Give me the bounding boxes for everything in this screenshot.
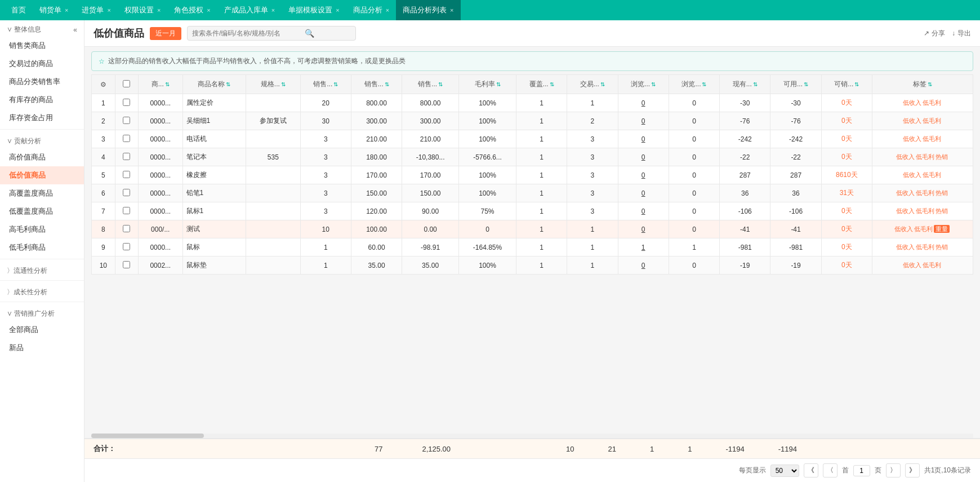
row-checkbox-cell[interactable] xyxy=(115,257,138,275)
sidebar-item-high-value[interactable]: 高价值商品 xyxy=(0,148,84,166)
col-code[interactable]: 商...⇅ xyxy=(138,75,182,94)
sidebar-group-contribution[interactable]: ∨ 贡献分析 xyxy=(0,132,84,148)
row-checkbox[interactable] xyxy=(123,153,130,160)
sidebar-group-overview[interactable]: ∨ 整体信息 « xyxy=(0,20,84,37)
nav-product-analysis-list[interactable]: 商品分析列表 × xyxy=(396,0,460,20)
sidebar-item-high-profit[interactable]: 高毛利商品 xyxy=(0,220,84,238)
next-page-button[interactable]: 〉 xyxy=(886,463,901,477)
collapse-icon[interactable]: « xyxy=(73,26,77,34)
export-button[interactable]: ↓ 导出 xyxy=(952,29,971,38)
sidebar-item-new-products[interactable]: 新品 xyxy=(0,339,84,357)
row-checkbox-cell[interactable] xyxy=(115,184,138,202)
close-icon[interactable]: × xyxy=(386,7,389,14)
sidebar-group-marketing[interactable]: ∨ 营销推广分析 xyxy=(0,304,84,321)
browse-count1[interactable]: 0 xyxy=(618,166,669,184)
row-checkbox-cell[interactable] xyxy=(115,220,138,238)
sidebar-item-category-sales[interactable]: 商品分类销售率 xyxy=(0,73,84,91)
close-icon[interactable]: × xyxy=(336,7,339,14)
nav-product-analysis[interactable]: 商品分析 × xyxy=(346,0,396,20)
sidebar-item-stocked-products[interactable]: 有库存的商品 xyxy=(0,91,84,109)
col-settings[interactable]: ⚙ xyxy=(92,75,115,94)
table-container[interactable]: ⚙ 商...⇅ 商品名称⇅ 规格...⇅ 销售...⇅ 销售...⇅ 销售...… xyxy=(84,74,980,434)
col-trade[interactable]: 交易...⇅ xyxy=(567,75,618,94)
col-checkbox[interactable] xyxy=(115,75,138,94)
browse-count1[interactable]: 1 xyxy=(618,238,669,257)
scrollbar-thumb[interactable] xyxy=(91,434,204,438)
filter-button[interactable]: 近一月 xyxy=(150,27,181,40)
col-browse1[interactable]: 浏览...⇅ xyxy=(618,75,669,94)
row-checkbox-cell[interactable] xyxy=(115,94,138,112)
row-checkbox[interactable] xyxy=(123,135,130,142)
sidebar-item-traded-products[interactable]: 交易过的商品 xyxy=(0,55,84,73)
sidebar-item-all-products[interactable]: 全部商品 xyxy=(0,321,84,339)
row-checkbox[interactable] xyxy=(123,189,130,196)
col-qty[interactable]: 销售...⇅ xyxy=(300,75,351,94)
select-all-checkbox[interactable] xyxy=(123,80,130,87)
browse-link[interactable]: 0 xyxy=(642,225,645,233)
browse-link[interactable]: 0 xyxy=(642,135,645,143)
first-page-button[interactable]: 《 xyxy=(804,463,818,477)
close-icon[interactable]: × xyxy=(157,7,161,14)
nav-permissions[interactable]: 权限设置 × xyxy=(118,0,167,20)
sidebar-item-sales-products[interactable]: 销售类商品 xyxy=(0,37,84,55)
row-checkbox[interactable] xyxy=(123,225,130,232)
browse-link[interactable]: 0 xyxy=(642,207,645,215)
nav-product-stock[interactable]: 产成品入库单 × xyxy=(217,0,282,20)
col-profit[interactable]: 毛利率⇅ xyxy=(459,75,516,94)
nav-purchase[interactable]: 进货单 × xyxy=(75,0,117,20)
browse-count1[interactable]: 0 xyxy=(618,202,669,220)
share-button[interactable]: ↗ 分享 xyxy=(924,29,945,38)
browse-link[interactable]: 0 xyxy=(642,117,645,125)
browse-count1[interactable]: 0 xyxy=(618,94,669,112)
row-checkbox[interactable] xyxy=(123,171,130,178)
row-checkbox-cell[interactable] xyxy=(115,112,138,130)
col-tags[interactable]: 标签⇅ xyxy=(872,75,973,94)
col-stock[interactable]: 现有...⇅ xyxy=(720,75,770,94)
browse-count1[interactable]: 0 xyxy=(618,112,669,130)
close-icon[interactable]: × xyxy=(450,7,453,14)
col-sale2[interactable]: 销售...⇅ xyxy=(402,75,459,94)
nav-sales[interactable]: 销货单 × xyxy=(33,0,75,20)
row-checkbox[interactable] xyxy=(123,261,130,268)
browse-count1[interactable]: 0 xyxy=(618,220,669,238)
col-browse2[interactable]: 浏览...⇅ xyxy=(669,75,719,94)
sidebar-item-low-profit[interactable]: 低毛利商品 xyxy=(0,238,84,257)
nav-home[interactable]: 首页 xyxy=(5,0,33,20)
search-input[interactable] xyxy=(192,29,305,37)
row-checkbox-cell[interactable] xyxy=(115,148,138,166)
per-page-select[interactable]: 50 100 200 xyxy=(770,465,799,477)
sidebar-item-high-coverage[interactable]: 高覆盖度商品 xyxy=(0,184,84,202)
browse-link[interactable]: 0 xyxy=(642,153,645,161)
row-checkbox[interactable] xyxy=(123,117,130,124)
horizontal-scrollbar[interactable] xyxy=(91,434,973,438)
col-spec[interactable]: 规格...⇅ xyxy=(246,75,301,94)
row-checkbox-cell[interactable] xyxy=(115,238,138,257)
browse-count1[interactable]: 0 xyxy=(618,148,669,166)
sidebar-item-low-value[interactable]: 低价值商品 xyxy=(0,166,84,184)
search-icon[interactable]: 🔍 xyxy=(305,29,314,38)
col-sale1[interactable]: 销售...⇅ xyxy=(351,75,402,94)
row-checkbox[interactable] xyxy=(123,99,130,106)
browse-count1[interactable]: 0 xyxy=(618,257,669,275)
row-checkbox-cell[interactable] xyxy=(115,202,138,220)
row-checkbox-cell[interactable] xyxy=(115,130,138,148)
browse-count1[interactable]: 0 xyxy=(618,130,669,148)
nav-template[interactable]: 单据模板设置 × xyxy=(282,0,346,20)
row-checkbox-cell[interactable] xyxy=(115,166,138,184)
browse-count1[interactable]: 0 xyxy=(618,184,669,202)
browse-link[interactable]: 0 xyxy=(642,99,645,107)
prev-page-button[interactable]: 〈 xyxy=(823,463,838,477)
browse-link[interactable]: 1 xyxy=(642,244,645,251)
nav-roles[interactable]: 角色授权 × xyxy=(167,0,217,20)
browse-link[interactable]: 0 xyxy=(642,171,645,179)
sidebar-group-circulation[interactable]: 〉流通性分析 xyxy=(0,262,84,278)
last-page-button[interactable]: 》 xyxy=(905,463,920,477)
col-avail[interactable]: 可用...⇅ xyxy=(770,75,821,94)
col-name[interactable]: 商品名称⇅ xyxy=(182,75,246,94)
close-icon[interactable]: × xyxy=(65,7,68,14)
sidebar-item-stock-funds[interactable]: 库存资金占用 xyxy=(0,109,84,127)
row-checkbox[interactable] xyxy=(123,207,130,214)
page-number-input[interactable] xyxy=(853,465,870,476)
close-icon[interactable]: × xyxy=(207,7,210,14)
close-icon[interactable]: × xyxy=(271,7,275,14)
